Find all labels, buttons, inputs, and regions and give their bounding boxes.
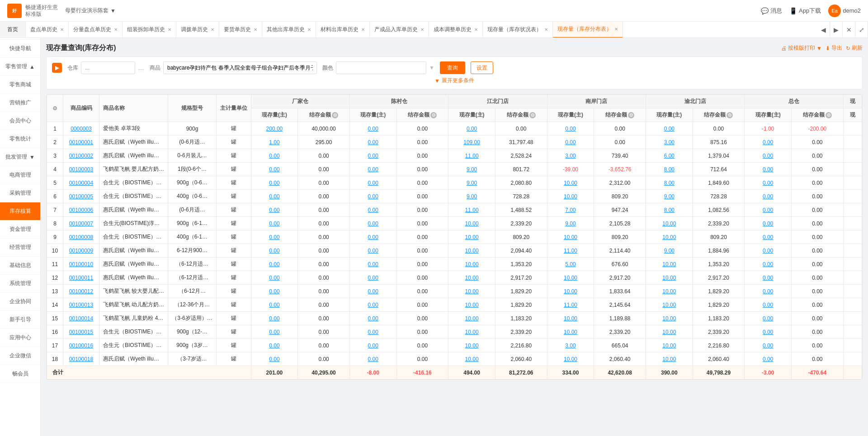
cell-jb-qty[interactable]: 10.00 bbox=[448, 298, 495, 312]
cell-na-qty[interactable]: 5.00 bbox=[547, 258, 594, 271]
tab-close-all-btn[interactable]: ✕ bbox=[843, 22, 855, 38]
cell-chen-qty[interactable]: 0.00 bbox=[350, 325, 397, 339]
cell-yb-qty[interactable]: 10.00 bbox=[646, 271, 693, 285]
cell-total-qty[interactable]: 0.00 bbox=[745, 339, 792, 352]
cell-jb-qty[interactable]: 10.00 bbox=[448, 258, 495, 271]
warehouse-input[interactable] bbox=[81, 61, 135, 74]
cell-yb-qty[interactable]: 10.00 bbox=[646, 230, 693, 244]
export-btn[interactable]: ⬇ 导出 bbox=[826, 44, 842, 52]
cell-factory-qty[interactable]: 0.00 bbox=[251, 190, 298, 203]
cell-chen-qty[interactable]: 0.00 bbox=[350, 312, 397, 325]
cell-na-qty[interactable]: 11.00 bbox=[547, 244, 594, 258]
cell-na-qty[interactable]: -39.00 bbox=[547, 163, 594, 176]
info-icon-4[interactable]: ⊙ bbox=[628, 112, 634, 118]
cell-na-qty[interactable]: 10.00 bbox=[547, 325, 594, 339]
message-btn[interactable]: 💬 消息 bbox=[761, 7, 782, 15]
cell-yb-qty[interactable]: 10.00 bbox=[646, 217, 693, 230]
cell-na-qty[interactable]: 0.00 bbox=[547, 122, 594, 136]
cell-total-qty[interactable]: 0.00 bbox=[745, 325, 792, 339]
cell-yb-qty[interactable]: 10.00 bbox=[646, 298, 693, 312]
info-icon-5[interactable]: ⊙ bbox=[726, 112, 733, 118]
sidebar-item-wholesale[interactable]: 批发管理▼ bbox=[0, 148, 40, 166]
sidebar-item-wechat[interactable]: 企业微信 bbox=[0, 347, 40, 365]
cell-chen-qty[interactable]: 0.00 bbox=[350, 176, 397, 190]
cell-factory-qty[interactable]: 0.00 bbox=[251, 176, 298, 190]
cell-na-qty[interactable]: 10.00 bbox=[547, 271, 594, 285]
tab-close-1[interactable]: ✕ bbox=[60, 27, 64, 32]
cell-chen-qty[interactable]: 0.00 bbox=[350, 190, 397, 203]
cell-total-qty[interactable]: 0.00 bbox=[745, 136, 792, 149]
cell-factory-qty[interactable]: 0.00 bbox=[251, 298, 298, 312]
search-expand-btn[interactable]: ▶ bbox=[52, 63, 62, 73]
cell-factory-qty[interactable]: 0.00 bbox=[251, 244, 298, 258]
cell-yb-qty[interactable]: 8.00 bbox=[646, 176, 693, 190]
cell-chen-qty[interactable]: 0.00 bbox=[350, 163, 397, 176]
cell-total-qty[interactable]: 0.00 bbox=[745, 244, 792, 258]
cell-code[interactable]: 00100006 bbox=[63, 203, 99, 217]
cell-factory-qty[interactable]: 0.00 bbox=[251, 217, 298, 230]
tab-10[interactable]: 现存量（库存状况表） ✕ bbox=[483, 22, 553, 38]
cell-chen-qty[interactable]: 0.00 bbox=[350, 298, 397, 312]
sidebar-item-member2[interactable]: 畅会员 bbox=[0, 365, 40, 383]
tab-3[interactable]: 组装拆卸单历史 ✕ bbox=[123, 22, 176, 38]
th-gear[interactable]: ⚙ bbox=[47, 95, 63, 122]
cell-code[interactable]: 00100004 bbox=[63, 176, 99, 190]
cell-total-qty[interactable]: 0.00 bbox=[745, 230, 792, 244]
cell-code[interactable]: 00100015 bbox=[63, 325, 99, 339]
sidebar-item-member[interactable]: 会员中心 bbox=[0, 112, 40, 130]
cell-total-qty[interactable]: 0.00 bbox=[745, 271, 792, 285]
sidebar-item-collab[interactable]: 企业协同 bbox=[0, 293, 40, 311]
cell-jb-qty[interactable]: 9.00 bbox=[448, 163, 495, 176]
cell-factory-qty[interactable]: 1.00 bbox=[251, 136, 298, 149]
tab-close-3[interactable]: ✕ bbox=[168, 27, 171, 32]
cell-na-qty[interactable]: 10.00 bbox=[547, 190, 594, 203]
cell-total-qty[interactable]: 0.00 bbox=[745, 258, 792, 271]
cell-na-qty[interactable]: 10.00 bbox=[547, 230, 594, 244]
cell-jb-qty[interactable]: 11.00 bbox=[448, 149, 495, 163]
cell-chen-qty[interactable]: 0.00 bbox=[350, 217, 397, 230]
tab-next-btn[interactable]: ▶ bbox=[830, 22, 843, 38]
cell-code[interactable]: 00100002 bbox=[63, 149, 99, 163]
cell-chen-qty[interactable]: 0.00 bbox=[350, 285, 397, 298]
cell-na-qty[interactable]: 7.00 bbox=[547, 203, 594, 217]
cell-jb-qty[interactable]: 10.00 bbox=[448, 312, 495, 325]
cell-na-qty[interactable]: 3.00 bbox=[547, 149, 594, 163]
expand-more-btn[interactable]: ▼ 展开更多条件 bbox=[52, 77, 857, 84]
tab-2[interactable]: 分量盘点单历史 ✕ bbox=[69, 22, 123, 38]
cell-chen-qty[interactable]: 0.00 bbox=[350, 149, 397, 163]
info-icon-2[interactable]: ⊙ bbox=[430, 112, 437, 118]
cell-yb-qty[interactable]: 10.00 bbox=[646, 285, 693, 298]
cell-yb-qty[interactable]: 0.00 bbox=[646, 122, 693, 136]
cell-jb-qty[interactable]: 10.00 bbox=[448, 244, 495, 258]
tab-close-11[interactable]: ✕ bbox=[614, 27, 618, 32]
cell-total-qty[interactable]: 0.00 bbox=[745, 203, 792, 217]
cell-chen-qty[interactable]: 0.00 bbox=[350, 230, 397, 244]
tab-6[interactable]: 其他出库单历史 ✕ bbox=[262, 22, 316, 38]
cell-jb-qty[interactable]: 10.00 bbox=[448, 285, 495, 298]
cell-jb-qty[interactable]: 10.00 bbox=[448, 230, 495, 244]
cell-jb-qty[interactable]: 11.00 bbox=[448, 203, 495, 217]
cell-na-qty[interactable]: 11.00 bbox=[547, 298, 594, 312]
cell-code[interactable]: 00100009 bbox=[63, 244, 99, 258]
tab-close-4[interactable]: ✕ bbox=[211, 27, 214, 32]
sidebar-item-retail-manage[interactable]: 零售管理▲ bbox=[0, 58, 40, 76]
cell-code[interactable]: 00100001 bbox=[63, 136, 99, 149]
user-area[interactable]: Ea demo2 bbox=[828, 5, 861, 17]
cell-total-qty[interactable]: 0.00 bbox=[745, 285, 792, 298]
cell-factory-qty[interactable]: 0.00 bbox=[251, 271, 298, 285]
cell-chen-qty[interactable]: 0.00 bbox=[350, 122, 397, 136]
cell-yb-qty[interactable]: 8.00 bbox=[646, 163, 693, 176]
cell-total-qty[interactable]: 0.00 bbox=[745, 149, 792, 163]
cell-yb-qty[interactable]: 8.00 bbox=[646, 203, 693, 217]
cell-total-qty[interactable]: 0.00 bbox=[745, 190, 792, 203]
cell-jb-qty[interactable]: 10.00 bbox=[448, 325, 495, 339]
color-dropdown-arrow[interactable]: ▼ bbox=[429, 65, 434, 71]
module-selector[interactable]: 母婴行业演示陈套 ▼ bbox=[65, 7, 116, 14]
tab-prev-btn[interactable]: ◀ bbox=[817, 22, 830, 38]
tab-home[interactable]: 首页 bbox=[0, 22, 26, 38]
tab-close-7[interactable]: ✕ bbox=[361, 27, 365, 32]
tab-1[interactable]: 盘点单历史 ✕ bbox=[26, 22, 69, 38]
cell-chen-qty[interactable]: 0.00 bbox=[350, 352, 397, 366]
sidebar-item-retail-mall[interactable]: 零售商城 bbox=[0, 76, 40, 94]
cell-factory-qty[interactable]: 0.00 bbox=[251, 325, 298, 339]
